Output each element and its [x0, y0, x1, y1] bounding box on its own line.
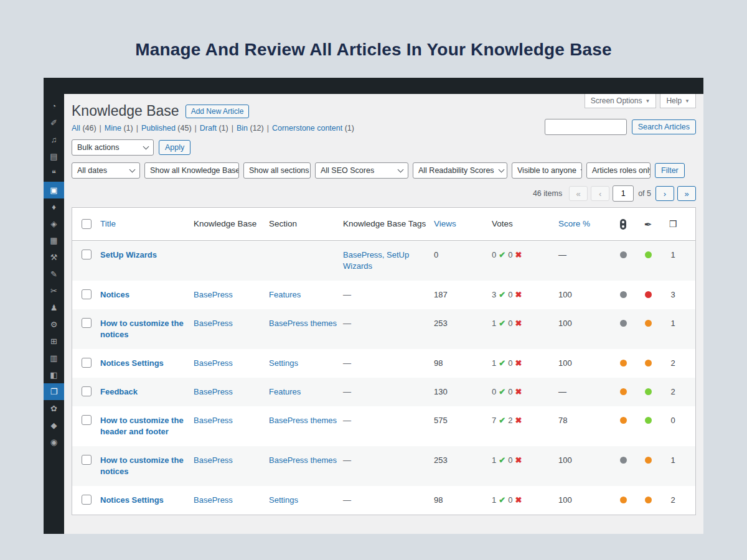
sidebar-item-seo[interactable]: ◈	[44, 215, 64, 232]
next-page-button[interactable]: ›	[655, 186, 674, 201]
sidebar-item-users[interactable]: ♟	[44, 299, 64, 316]
tags-cell: —	[343, 378, 434, 406]
tags-cell: —	[343, 406, 434, 446]
sidebar-item-posts[interactable]: ✐	[44, 114, 64, 131]
section-link[interactable]: BasePress themes	[269, 319, 337, 328]
filter-select-articles-roles-only[interactable]: Articles roles only	[586, 162, 651, 179]
sidebar-item-articles[interactable]: ▣	[44, 182, 64, 198]
section-link[interactable]: Features	[269, 387, 301, 396]
knowledge-base-link[interactable]: BasePress	[194, 290, 233, 299]
article-title-link[interactable]: SetUp Wizards	[100, 250, 157, 259]
sidebar-item-tools-hammer[interactable]: ⚒	[44, 249, 64, 266]
filter-select-show-all-knowledge-bases[interactable]: Show all Knowledge Bases	[144, 162, 239, 179]
view-filter-draft[interactable]: Draft (1)	[200, 124, 228, 133]
sidebar-item-appearance[interactable]: ✎	[44, 266, 64, 282]
view-filter-mine[interactable]: Mine (1)	[105, 124, 133, 133]
tags-empty: —	[343, 319, 351, 328]
view-filter-bin[interactable]: Bin (12)	[237, 124, 264, 133]
article-title-link[interactable]: How to customize the header and footer	[100, 416, 184, 436]
tags-cell: —	[343, 281, 434, 309]
filter-select-all-dates[interactable]: All dates	[72, 162, 140, 179]
knowledge-base-link[interactable]: BasePress	[194, 387, 233, 396]
row-checkbox[interactable]	[82, 318, 92, 328]
sidebar-item-security[interactable]: ♦	[44, 198, 64, 215]
view-filter-published[interactable]: Published (45)	[141, 124, 192, 133]
filter-select-all-seo-scores[interactable]: All SEO Scores	[315, 162, 408, 179]
column-views[interactable]: Views	[434, 215, 492, 233]
views-count: 253	[434, 309, 492, 349]
sidebar-item-templates[interactable]: ▦	[44, 232, 64, 249]
sidebar-item-pages[interactable]: ▤	[44, 148, 64, 165]
sidebar-item-comments[interactable]: ❝	[44, 165, 64, 182]
seo-icon: ◈	[51, 219, 57, 228]
section-link[interactable]: BasePress themes	[269, 455, 337, 465]
select-all-checkbox[interactable]	[82, 219, 92, 229]
row-checkbox[interactable]	[82, 455, 92, 465]
section-link[interactable]: BasePress themes	[269, 416, 337, 425]
article-title-link[interactable]: Notices Settings	[100, 358, 164, 368]
sidebar-item-extensions[interactable]: ✿	[44, 400, 64, 417]
tags-link[interactable]: BasePress, SetUp Wizards	[343, 250, 409, 271]
bulk-actions-select[interactable]: Bulk actions	[72, 139, 154, 156]
filter-select-visible-to-anyone[interactable]: Visible to anyone	[512, 162, 582, 179]
sidebar-item-tables[interactable]: ▥	[44, 350, 64, 366]
sidebar-item-tutorials[interactable]: ◉	[44, 434, 64, 450]
knowledge-base-link[interactable]: BasePress	[194, 455, 233, 465]
filter-select-label: All Readability Scores	[418, 166, 494, 175]
upvote-check-icon: ✔	[499, 250, 505, 261]
sidebar-item-snippets[interactable]: ✂	[44, 282, 64, 299]
upvote-check-icon: ✔	[499, 289, 505, 301]
search-articles-button[interactable]: Search Articles	[632, 119, 696, 134]
search-input[interactable]	[545, 119, 627, 135]
view-filter-cornerstone-content[interactable]: Cornerstone content (1)	[272, 124, 354, 133]
total-pages: of 5	[638, 189, 651, 198]
row-checkbox[interactable]	[82, 289, 92, 299]
section-link[interactable]: Settings	[269, 358, 298, 368]
prev-page-button[interactable]: ‹	[591, 186, 609, 201]
separator: |	[136, 124, 138, 133]
column-score[interactable]: Score %	[558, 215, 611, 233]
row-checkbox[interactable]	[82, 250, 92, 259]
row-checkbox[interactable]	[82, 386, 92, 396]
help-button[interactable]: Help ▼	[660, 94, 696, 108]
filter-select-show-all-sections[interactable]: Show all sections	[243, 162, 311, 179]
knowledge-base-link[interactable]: BasePress	[194, 416, 233, 425]
downvotes-count: 0	[508, 250, 512, 261]
apply-button[interactable]: Apply	[159, 140, 190, 155]
knowledge-base-link[interactable]: BasePress	[194, 358, 233, 368]
upvote-check-icon: ✔	[499, 358, 505, 369]
filter-select-all-readability-scores[interactable]: All Readability Scores	[413, 162, 507, 179]
column-title[interactable]: Title	[100, 215, 194, 233]
row-checkbox[interactable]	[82, 415, 92, 425]
article-title-link[interactable]: Feedback	[100, 387, 138, 396]
chevron-down-icon	[498, 167, 504, 173]
sidebar-item-dashboard[interactable]: ◔	[44, 98, 64, 114]
row-checkbox[interactable]	[82, 495, 92, 505]
knowledge-base-link[interactable]: BasePress	[194, 319, 233, 328]
article-title-link[interactable]: Notices	[100, 290, 129, 299]
articles-table: Title Knowledge Base Section Knowledge B…	[72, 207, 696, 515]
article-title-link[interactable]: How to customize the notices	[100, 319, 184, 339]
current-page-input[interactable]	[613, 185, 634, 202]
sidebar-item-analytics[interactable]: ◧	[44, 366, 64, 383]
votes-cell: 1 ✔ 0 ✖	[492, 446, 558, 486]
sidebar-item-tools[interactable]: ⚙	[44, 316, 64, 333]
downvote-x-icon: ✖	[515, 386, 522, 398]
view-filter-all[interactable]: All (46)	[72, 124, 96, 133]
sidebar-item-settings[interactable]: ⊞	[44, 333, 64, 350]
first-page-button[interactable]: «	[569, 186, 588, 201]
section-link[interactable]: Features	[269, 290, 301, 299]
sidebar-item-addons[interactable]: ◆	[44, 417, 64, 434]
sidebar-item-media[interactable]: ♫	[44, 131, 64, 148]
filter-button[interactable]: Filter	[655, 163, 685, 178]
section-link[interactable]: Settings	[269, 495, 298, 505]
row-checkbox[interactable]	[82, 358, 92, 368]
knowledge-base-link[interactable]: BasePress	[194, 495, 233, 505]
last-page-button[interactable]: »	[677, 186, 696, 201]
comments-icon: ❝	[52, 169, 56, 178]
article-title-link[interactable]: Notices Settings	[100, 495, 164, 505]
screen-options-button[interactable]: Screen Options ▼	[585, 94, 657, 108]
article-title-link[interactable]: How to customize the notices	[100, 455, 184, 476]
sidebar-item-knowledge-base[interactable]: ❐	[44, 383, 64, 400]
add-new-article-button[interactable]: Add New Article	[186, 105, 250, 118]
